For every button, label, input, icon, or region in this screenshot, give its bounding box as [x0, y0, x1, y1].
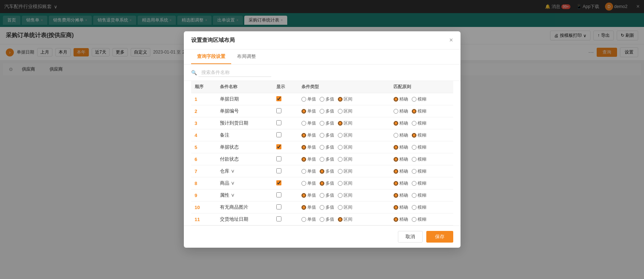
modal-close-btn[interactable]: ×: [449, 36, 453, 44]
modal-search-area: 🔍: [184, 64, 461, 79]
tab-layout-adjust[interactable]: 布局调整: [231, 50, 262, 64]
modal-title: 设置查询区域布局: [191, 37, 235, 44]
modal-header: 设置查询区域布局 ×: [184, 31, 461, 50]
settings-modal: 设置查询区域布局 × 查询字段设置 布局调整 🔍 顺序 条件名称 显示 条件类型: [184, 31, 461, 79]
search-input[interactable]: [198, 68, 271, 77]
tab-query-fields[interactable]: 查询字段设置: [191, 50, 231, 64]
modal-tabs: 查询字段设置 布局调整: [184, 50, 461, 64]
search-icon: 🔍: [191, 70, 197, 75]
modal-overlay: 设置查询区域布局 × 查询字段设置 布局调整 🔍 顺序 条件名称 显示 条件类型: [0, 0, 644, 79]
